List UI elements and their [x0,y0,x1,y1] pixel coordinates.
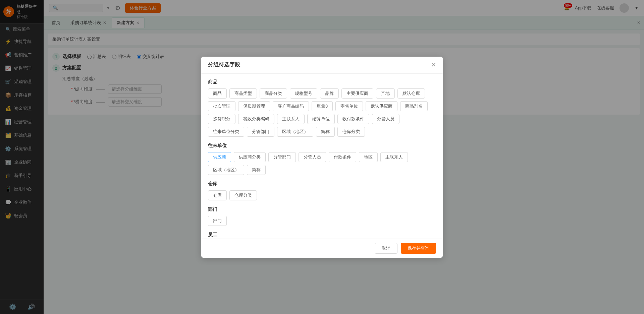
field-tag-region[interactable]: 区域（地区） [277,127,313,137]
field-tag-origin[interactable]: 产地 [376,88,395,99]
field-tag-warehouse-category[interactable]: 仓库分类 [337,127,365,137]
field-tag-supplier[interactable]: 供应商 [208,152,231,162]
field-tag-dept2[interactable]: 部门 [208,216,227,226]
modal-overlay: 分组待选字段 ✕ 商品商品商品类型商品分类规格型号品牌主要供应商产地默认仓库批次… [0,0,644,314]
field-tag-payment-terms[interactable]: 收付款条件 [337,114,369,124]
field-tag-product-type[interactable]: 商品类型 [229,88,257,99]
field-tag-pick-points[interactable]: 拣货积分 [208,114,235,124]
modal-body: 商品商品商品类型商品分类规格型号品牌主要供应商产地默认仓库批次管理保质期管理客户… [201,74,443,239]
category-product: 商品商品商品类型商品分类规格型号品牌主要供应商产地默认仓库批次管理保质期管理客户… [208,79,436,137]
category-department: 部门部门 [208,206,436,226]
field-tag-settlement-unit[interactable]: 结算单位 [307,114,335,124]
modal-title: 分组待选字段 [208,61,240,68]
field-tag-manager[interactable]: 分管人员 [372,114,399,124]
field-select-modal: 分组待选字段 ✕ 商品商品商品类型商品分类规格型号品牌主要供应商产地默认仓库批次… [201,57,443,258]
category-title-warehouse: 仓库 [208,181,436,187]
modal-header: 分组待选字段 ✕ [201,57,443,74]
modal-close-button[interactable]: ✕ [431,61,436,69]
field-tag-wh[interactable]: 仓库 [208,190,227,200]
field-tag-spec-type[interactable]: 规格型号 [290,88,317,99]
field-tag-expiry-mgmt[interactable]: 保质期管理 [238,101,270,111]
category-partner: 往来单位供应商供应商分类分管部门分管人员付款条件地区主联系人区域（地区）简称 [208,143,436,175]
field-tag-retail-unit[interactable]: 零售单位 [335,101,363,111]
field-tag-mgmt-dept[interactable]: 分管部门 [268,152,296,162]
field-tag-dept[interactable]: 分管部门 [247,127,274,137]
field-tag-short-name2[interactable]: 简称 [247,165,266,175]
modal-confirm-button[interactable]: 保存并查询 [401,243,436,254]
category-title-product: 商品 [208,79,436,85]
field-tag-supplier-category[interactable]: 供应商分类 [234,152,266,162]
modal-footer: 取消 保存并查询 [201,239,443,258]
field-tag-product-alias[interactable]: 商品别名 [400,101,428,111]
field-tag-product[interactable]: 商品 [208,88,227,99]
field-tag-mgmt-person[interactable]: 分管人员 [299,152,326,162]
field-tag-area[interactable]: 地区 [359,152,378,162]
category-title-department: 部门 [208,206,436,212]
field-tag-tax-code[interactable]: 税收分类编码 [238,114,274,124]
modal-cancel-button[interactable]: 取消 [375,243,397,254]
field-tag-customer-code[interactable]: 客户商品编码 [273,101,309,111]
field-tag-region2[interactable]: 区域（地区） [208,165,244,175]
category-employee: 员工业务员 [208,232,436,239]
field-tag-default-warehouse[interactable]: 默认仓库 [397,88,425,99]
field-tag-batch-mgmt[interactable]: 批次管理 [208,101,235,111]
field-tag-main-contact[interactable]: 主联系人 [277,114,305,124]
field-tag-short-name[interactable]: 简称 [316,127,335,137]
field-tag-default-supplier[interactable]: 默认供应商 [366,101,397,111]
field-tag-product-category[interactable]: 商品分类 [260,88,287,99]
category-title-partner: 往来单位 [208,143,436,149]
field-tag-main-supplier[interactable]: 主要供应商 [341,88,373,99]
category-title-employee: 员工 [208,232,436,238]
field-tag-payment-condition[interactable]: 付款条件 [329,152,356,162]
field-tag-contact-person[interactable]: 主联系人 [380,152,408,162]
field-tag-weight3[interactable]: 重量3 [312,101,333,111]
category-warehouse: 仓库仓库仓库分类 [208,181,436,200]
field-tag-wh-category[interactable]: 仓库分类 [229,190,257,200]
field-tag-from-unit-category[interactable]: 往来单位分类 [208,127,244,137]
field-tag-brand[interactable]: 品牌 [320,88,339,99]
